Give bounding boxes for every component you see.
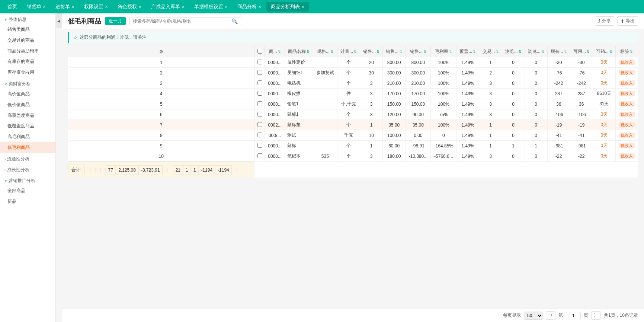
page-size-select[interactable]: 50 100 200 [524, 312, 543, 320]
row-checkbox[interactable] [254, 99, 265, 109]
row-browse2: 0 [525, 57, 547, 68]
select-all-checkbox[interactable] [257, 49, 262, 54]
col-browse2[interactable]: 浏览...⇅ [525, 46, 547, 57]
row-checkbox[interactable] [254, 89, 265, 99]
sidebar-item-traded-products[interactable]: 交易过的商品 [0, 35, 55, 46]
row-checkbox[interactable] [254, 141, 265, 151]
row-code: 0000... [265, 99, 285, 109]
sidebar-item-category-rate[interactable]: 商品分类助销率 [0, 46, 55, 57]
row-browse1[interactable]: 1 [502, 141, 525, 151]
col-code[interactable]: 商...⇅ [265, 46, 285, 57]
sidebar-item-high-value[interactable]: 高价值商品 [0, 89, 55, 99]
prev-page-btn[interactable]: 〈 [546, 311, 555, 320]
row-browse2: 0 [525, 99, 547, 109]
search-input[interactable] [133, 19, 231, 24]
row-sellable: 0天 [593, 130, 615, 141]
total-current-stock: -1194 [198, 165, 215, 175]
nav-roles-close[interactable]: ✕ [138, 5, 141, 9]
date-filter-btn[interactable]: 近一月 [105, 17, 126, 25]
row-checkbox[interactable] [254, 78, 265, 89]
sidebar-item-low-coverage[interactable]: 低覆盖度商品 [0, 121, 55, 131]
sidebar-group-marketing-label: 营销推广分析 [9, 178, 35, 184]
table-header-row: ⚙ 商...⇅ 商品名称⇅ 规格...⇅ 计量...⇅ 销售...⇅ 销售...… [68, 46, 638, 57]
nav-products-close[interactable]: ✕ [182, 5, 185, 9]
nav-home[interactable]: 首页 [3, 2, 22, 12]
next-page-btn[interactable]: 〉 [591, 311, 601, 320]
row-sales-profit: 170.00 [406, 89, 431, 99]
col-current-stock[interactable]: 现有...⇅ [547, 46, 570, 57]
row-spec: 参加复试 [313, 68, 337, 78]
col-name[interactable]: 商品名称⇅ [285, 46, 313, 57]
row-spec: 535 [313, 151, 337, 162]
sidebar-group-growth[interactable]: › 成长性分析 [0, 164, 55, 175]
col-sellable[interactable]: 可销...⇅ [593, 46, 615, 57]
sidebar-group-overview[interactable]: ∨ 整体信息 [0, 13, 55, 24]
export-button[interactable]: ⬆ 导出 [617, 16, 638, 26]
table-row: 2 0000... 吴细细1 参加复试 个 30 300.00 300.00 1… [68, 68, 638, 78]
sidebar-item-stock-funds[interactable]: 库存资金占用 [0, 67, 55, 78]
nav-purchase-close[interactable]: ✕ [71, 5, 74, 9]
sidebar-group-wealth[interactable]: ∨ 类财富分析 [0, 78, 55, 89]
col-spec[interactable]: 规格...⇅ [313, 46, 337, 57]
share-icon: ⤴ [598, 19, 600, 24]
col-sales-profit[interactable]: 销售...⇅ [406, 46, 431, 57]
row-available: -30 [570, 57, 593, 68]
col-sales-qty[interactable]: 销售...⇅ [360, 46, 383, 57]
row-code: 0002... [265, 120, 285, 130]
sidebar-item-high-margin[interactable]: 高毛利商品 [0, 131, 55, 142]
row-checkbox[interactable] [254, 57, 265, 68]
row-checkbox[interactable] [254, 68, 265, 78]
col-trade[interactable]: 交易...⇅ [479, 46, 502, 57]
col-browse1[interactable]: 浏览...⇅ [502, 46, 525, 57]
nav-analysis-list[interactable]: 商品分析列表 ✕ [266, 2, 309, 12]
sidebar-group-marketing[interactable]: ∨ 营销推广分析 [0, 175, 55, 185]
search-icon[interactable]: 🔍 [231, 18, 238, 24]
row-checkbox[interactable] [254, 130, 265, 141]
nav-templates-close[interactable]: ✕ [225, 5, 228, 9]
row-trade: 2 [479, 68, 502, 78]
page-input[interactable] [566, 312, 581, 319]
col-unit[interactable]: 计量...⇅ [337, 46, 360, 57]
row-sales-profit: 150.00 [406, 99, 431, 109]
sidebar-collapse-btn[interactable]: ◀ [56, 13, 62, 28]
nav-analysis[interactable]: 商品分析 ✕ [233, 2, 266, 12]
share-button[interactable]: ⤴ 分享 [595, 16, 614, 26]
sidebar-item-all-products[interactable]: 全部商品 [0, 185, 55, 196]
nav-purchase[interactable]: 进货单 ✕ [51, 2, 79, 12]
sidebar-group-circulation[interactable]: › 流通性分析 [0, 153, 55, 164]
sidebar-item-new-products[interactable]: 新品 [0, 196, 55, 207]
col-checkbox[interactable] [254, 46, 265, 57]
row-checkbox[interactable] [254, 109, 265, 120]
sidebar-item-high-coverage[interactable]: 高覆盖度商品 [0, 110, 55, 121]
col-available[interactable]: 可用...⇅ [570, 46, 593, 57]
nav-analysis-close[interactable]: ✕ [258, 5, 261, 9]
row-checkbox[interactable] [254, 120, 265, 130]
row-name: 鼠标 [285, 141, 313, 151]
nav-permissions[interactable]: 权限设置 ✕ [80, 2, 112, 12]
nav-analysis-list-close[interactable]: ✕ [301, 5, 304, 9]
row-sales-qty: 30 [360, 68, 383, 78]
col-tag[interactable]: 标签⇅ [615, 46, 638, 57]
row-unit: 千克 [337, 130, 360, 141]
sidebar-item-low-value[interactable]: 低价值商品 [0, 99, 55, 110]
row-browse1: 0 [502, 109, 525, 120]
row-index: 10 [68, 151, 255, 162]
col-settings[interactable]: ⚙ [68, 46, 255, 57]
nav-sales[interactable]: 销货单 ✕ [22, 2, 50, 12]
row-trade: 1 [479, 130, 502, 141]
sidebar-item-low-margin[interactable]: 低毛利商品 [0, 142, 55, 153]
col-coverage[interactable]: 覆盖...⇅ [456, 46, 479, 57]
nav-permissions-close[interactable]: ✕ [105, 5, 108, 9]
nav-templates[interactable]: 单据模板设置 ✕ [190, 2, 232, 12]
nav-products[interactable]: 产成品入库单 ✕ [147, 2, 189, 12]
nav-roles[interactable]: 角色授权 ✕ [113, 2, 146, 12]
col-sales-amt[interactable]: 销售...⇅ [383, 46, 406, 57]
table-row: 3 0000... 电话机 个 3 210.00 210.00 100% 1.4… [68, 78, 638, 89]
sidebar-item-sales-products[interactable]: 销售类商品 [0, 24, 55, 35]
nav-sales-close[interactable]: ✕ [43, 5, 46, 9]
sidebar-item-stocked-products[interactable]: 有库存的商品 [0, 56, 55, 67]
row-tag: 低收入 [615, 57, 638, 68]
col-gross-margin[interactable]: 毛利率⇅ [431, 46, 456, 57]
row-checkbox[interactable] [254, 151, 265, 162]
main-content: 低毛利商品 近一月 🔍 ⤴ 分享 ⬆ 导出 ☆ 这部分商品的利润非常低，请关注 [62, 13, 644, 322]
